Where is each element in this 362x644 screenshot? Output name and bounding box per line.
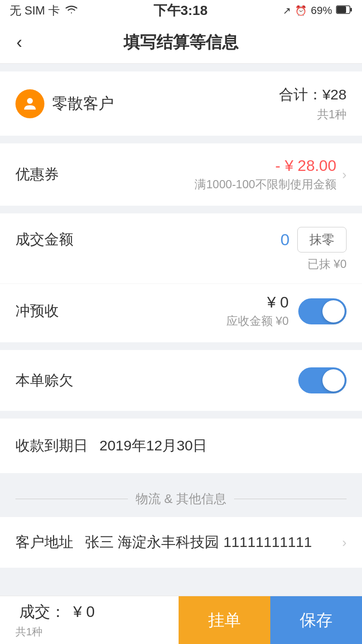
address-section: 客户地址 张三 海淀永丰科技园 11111111111 › — [0, 517, 362, 568]
coupon-row[interactable]: 优惠券 - ¥ 28.00 满1000-100不限制使用金额 › — [0, 143, 362, 206]
prepay-toggle[interactable] — [298, 298, 347, 324]
svg-rect-1 — [337, 6, 346, 13]
total-amount: 合计：¥28 — [279, 85, 347, 105]
customer-row: 零散客户 合计：¥28 共1种 — [0, 71, 362, 136]
coupon-amount: - ¥ 28.00 — [195, 157, 336, 175]
duedate-label: 收款到期日 — [15, 436, 88, 456]
bottom-summary: 成交： ¥ 0 共1种 — [0, 602, 179, 639]
customer-section: 零散客户 合计：¥28 共1种 — [0, 71, 362, 136]
svg-point-3 — [27, 98, 33, 104]
alarm-icon: ⏰ — [295, 5, 307, 16]
svg-rect-2 — [350, 8, 352, 12]
coupon-label: 优惠券 — [15, 165, 59, 184]
prepay-label: 冲预收 — [15, 301, 59, 321]
total-count: 共1种 — [279, 107, 347, 122]
toggle-knob — [322, 300, 345, 322]
status-right: ↗ ⏰ 69% — [283, 4, 352, 17]
debt-toggle-knob — [322, 369, 345, 392]
transaction-value: 0 — [280, 230, 290, 249]
debt-label: 本单赊欠 — [15, 371, 73, 391]
coupon-info: - ¥ 28.00 满1000-100不限制使用金额 — [195, 157, 336, 192]
prepay-info: ¥ 0 应收金额 ¥0 — [226, 294, 289, 329]
battery-icon — [336, 4, 352, 17]
logistics-divider: 物流 & 其他信息 — [0, 481, 362, 517]
transaction-label: 成交金额 — [15, 230, 73, 250]
status-bar: 无 SIM 卡 下午3:18 ↗ ⏰ 69% — [0, 0, 362, 21]
wifi-icon — [65, 4, 78, 17]
duedate-section: 收款到期日 2019年12月30日 — [0, 419, 362, 473]
prepay-receivable: 应收金额 ¥0 — [226, 313, 289, 329]
location-icon: ↗ — [283, 5, 291, 16]
bottom-transaction-value: ¥ 0 — [73, 603, 95, 620]
address-row[interactable]: 客户地址 张三 海淀永丰科技园 11111111111 › — [0, 517, 362, 568]
logistics-section: 物流 & 其他信息 — [0, 481, 362, 517]
address-label: 客户地址 — [15, 532, 73, 552]
back-button[interactable]: ‹ — [12, 28, 27, 57]
amount-right: 0 抹零 — [280, 227, 347, 252]
save-button[interactable]: 保存 — [270, 596, 362, 644]
logistics-label: 物流 & 其他信息 — [136, 490, 226, 507]
round-button[interactable]: 抹零 — [297, 227, 347, 252]
divider-line-left — [15, 499, 128, 499]
prepay-row: 冲预收 ¥ 0 应收金额 ¥0 — [0, 284, 362, 342]
battery-text: 69% — [311, 4, 332, 17]
status-left: 无 SIM 卡 — [10, 3, 78, 18]
bottom-count: 共1种 — [15, 625, 163, 639]
already-rounded: 已抹 ¥0 — [0, 256, 362, 283]
address-value: 张三 海淀永丰科技园 11111111111 — [85, 532, 342, 552]
nav-bar: ‹ 填写结算等信息 — [0, 21, 362, 64]
transaction-section: 成交金额 0 抹零 已抹 ¥0 冲预收 ¥ 0 应收金额 ¥0 — [0, 213, 362, 342]
bottom-transaction: 成交： ¥ 0 — [15, 602, 163, 623]
duedate-row[interactable]: 收款到期日 2019年12月30日 — [0, 419, 362, 473]
customer-left: 零散客户 — [15, 89, 114, 118]
prepay-right: ¥ 0 应收金额 ¥0 — [226, 294, 347, 329]
bottom-transaction-label: 成交： — [19, 603, 66, 620]
prepay-amount: ¥ 0 — [226, 294, 289, 311]
carrier-text: 无 SIM 卡 — [10, 3, 60, 18]
divider-line-right — [234, 499, 347, 499]
bottom-bar: 成交： ¥ 0 共1种 挂单 保存 — [0, 596, 362, 644]
coupon-desc: 满1000-100不限制使用金额 — [195, 177, 336, 192]
customer-right: 合计：¥28 共1种 — [279, 85, 347, 122]
coupon-right: - ¥ 28.00 满1000-100不限制使用金额 › — [195, 157, 347, 192]
hang-button[interactable]: 挂单 — [179, 596, 270, 644]
duedate-value: 2019年12月30日 — [99, 436, 207, 456]
coupon-section: 优惠券 - ¥ 28.00 满1000-100不限制使用金额 › — [0, 143, 362, 206]
avatar — [15, 89, 44, 118]
debt-row: 本单赊欠 — [0, 350, 362, 411]
page-title: 填写结算等信息 — [124, 31, 238, 54]
debt-toggle[interactable] — [298, 367, 347, 393]
time-display: 下午3:18 — [153, 1, 208, 20]
coupon-chevron-icon: › — [342, 167, 347, 182]
customer-name: 零散客户 — [52, 93, 114, 114]
amount-row: 成交金额 0 抹零 — [0, 213, 362, 256]
address-chevron-icon: › — [342, 535, 347, 550]
debt-section: 本单赊欠 — [0, 350, 362, 411]
